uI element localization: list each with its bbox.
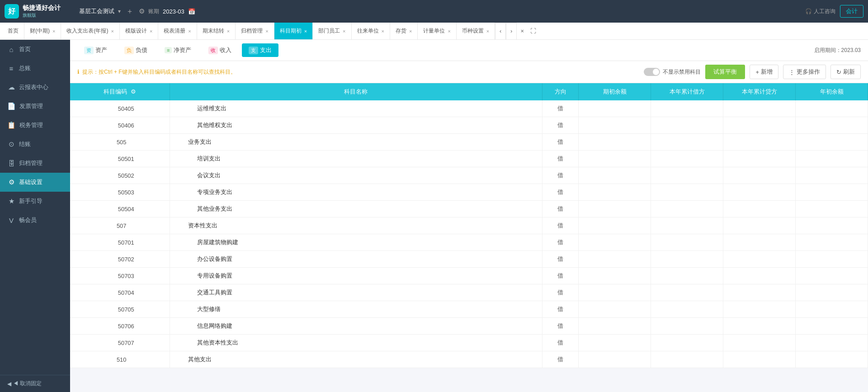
sidebar-item-home[interactable]: ⌂ 首页 bbox=[0, 40, 70, 59]
tab-dept-staff[interactable]: 部门员工 × bbox=[313, 23, 351, 40]
company-dropdown-icon[interactable]: ▾ bbox=[118, 8, 121, 14]
table-row[interactable]: 50501 培训支出 借 bbox=[70, 151, 868, 167]
col-header-name: 科目名称 bbox=[170, 83, 542, 100]
tab-period-end-close[interactable]: × bbox=[227, 28, 230, 34]
table-row[interactable]: 50704 交通工具购置 借 bbox=[70, 284, 868, 301]
tab-dept-staff-close[interactable]: × bbox=[343, 28, 345, 34]
sub-tab-income[interactable]: 收 收入 bbox=[202, 43, 238, 57]
cell-name: 培训支出 bbox=[170, 151, 542, 167]
tab-unit[interactable]: 计量单位 × bbox=[418, 23, 456, 40]
table-row[interactable]: 50705 大型修缮 借 bbox=[70, 301, 868, 318]
cell-bal bbox=[579, 318, 651, 335]
cell-code: 50504 bbox=[70, 201, 170, 217]
cell-deb bbox=[651, 284, 723, 301]
tab-next-button[interactable]: › bbox=[506, 23, 517, 40]
cell-cred bbox=[723, 335, 796, 351]
notice-text: 提示：按Ctrl + F键并输入科目编码或者科目名称可以查找科目。 bbox=[82, 68, 236, 76]
cell-init bbox=[796, 217, 868, 234]
sidebar-collapse-button[interactable]: ◀ ◀ 取消固定 bbox=[0, 375, 70, 392]
sub-tab-asset[interactable]: 资 资产 bbox=[77, 43, 114, 57]
table-row[interactable]: 510 其他支出 借 bbox=[70, 351, 868, 368]
tab-finance-mid-close[interactable]: × bbox=[52, 28, 55, 34]
tab-inventory[interactable]: 存货 × bbox=[390, 23, 418, 40]
table-row[interactable]: 50707 其他资本性支出 借 bbox=[70, 335, 868, 351]
tab-home[interactable]: 首页 bbox=[2, 23, 24, 40]
headset-icon: 🎧 bbox=[805, 8, 812, 14]
table-row[interactable]: 505 业务支出 借 bbox=[70, 134, 868, 151]
tab-archive-close[interactable]: × bbox=[265, 28, 268, 34]
sub-tab-liability[interactable]: 负 负债 bbox=[118, 43, 154, 57]
more-button[interactable]: ⋮ 更多操作 bbox=[783, 65, 826, 79]
sidebar-item-invoice[interactable]: 📄 发票管理 bbox=[0, 97, 70, 116]
sub-tab-bar: 资 资产 负 负债 ≡ 净资产 收 收入 支 支出 启用期间：2023.03 bbox=[70, 40, 868, 61]
tab-tax-close[interactable]: × bbox=[188, 28, 191, 34]
tab-subject-init-close[interactable]: × bbox=[304, 28, 307, 34]
settings-icon[interactable]: ⚙ bbox=[139, 7, 145, 15]
sub-tab-expense[interactable]: 支 支出 bbox=[242, 43, 278, 57]
tab-expand-button[interactable]: ⛶ bbox=[528, 23, 538, 40]
cell-bal bbox=[579, 217, 651, 234]
tab-template[interactable]: 模版设计 × bbox=[120, 23, 158, 40]
table-row[interactable]: 50504 其他业务支出 借 bbox=[70, 201, 868, 217]
table-row[interactable]: 50406 其他维权支出 借 bbox=[70, 117, 868, 134]
cell-init bbox=[796, 351, 868, 368]
table-row[interactable]: 50702 办公设备购置 借 bbox=[70, 251, 868, 268]
sidebar-item-basic[interactable]: ⚙ 基础设置 bbox=[0, 173, 70, 192]
column-settings-icon[interactable]: ⚙ bbox=[131, 88, 136, 95]
table-row[interactable]: 50706 信息网络购建 借 bbox=[70, 318, 868, 335]
tab-prev-button[interactable]: ‹ bbox=[495, 23, 506, 40]
sidebar-item-settle[interactable]: ⊙ 结账 bbox=[0, 135, 70, 154]
sidebar-item-tax[interactable]: 📋 税务管理 bbox=[0, 116, 70, 135]
tab-finance-mid[interactable]: 财(中期) × bbox=[24, 23, 61, 40]
sidebar-item-ledger[interactable]: ≡ 总账 bbox=[0, 59, 70, 78]
calendar-icon[interactable]: 📅 bbox=[188, 8, 195, 15]
tab-contacts-close[interactable]: × bbox=[382, 28, 384, 34]
table-row[interactable]: 50405 运维维支出 借 bbox=[70, 100, 868, 117]
sidebar-item-guide[interactable]: ★ 新手引导 bbox=[0, 192, 70, 211]
table-header-row: 科目编码 ⚙ 科目名称 方向 期初余额 本年累计借方 本年累计贷方 年初余额 bbox=[70, 83, 868, 100]
help-button[interactable]: 🎧 人工咨询 bbox=[805, 8, 835, 15]
cell-code: 50501 bbox=[70, 151, 170, 167]
cell-name: 房屋建筑物购建 bbox=[170, 234, 542, 251]
table-row[interactable]: 50703 专用设备购置 借 bbox=[70, 268, 868, 284]
sidebar-item-member[interactable]: V 畅会员 bbox=[0, 211, 70, 230]
tab-currency[interactable]: 币种设置 × bbox=[457, 23, 495, 40]
cell-dir: 借 bbox=[542, 100, 579, 117]
add-company-button[interactable]: ＋ bbox=[126, 7, 133, 16]
tab-close-all-button[interactable]: × bbox=[517, 23, 528, 40]
tab-contacts[interactable]: 往来单位 × bbox=[352, 23, 390, 40]
sub-tab-income-label: 收入 bbox=[220, 46, 231, 54]
cell-cred bbox=[723, 301, 796, 318]
account-button[interactable]: 会计 bbox=[840, 5, 863, 18]
sidebar-item-archive[interactable]: 🗄 归档管理 bbox=[0, 154, 70, 173]
tab-tax[interactable]: 税表清册 × bbox=[158, 23, 197, 40]
add-button[interactable]: + 新增 bbox=[750, 65, 778, 79]
table-row[interactable]: 507 资本性支出 借 bbox=[70, 217, 868, 234]
table-row[interactable]: 50502 会议支出 借 bbox=[70, 167, 868, 184]
tab-currency-close[interactable]: × bbox=[486, 28, 489, 34]
toolbar: ℹ 提示：按Ctrl + F键并输入科目编码或者科目名称可以查找科目。 不显示禁… bbox=[70, 61, 868, 83]
cell-init bbox=[796, 167, 868, 184]
toggle-disabled-accounts[interactable] bbox=[644, 68, 660, 76]
collapse-icon: ◀ bbox=[7, 381, 11, 387]
sub-tab-equity[interactable]: ≡ 净资产 bbox=[158, 43, 198, 57]
tab-template-close[interactable]: × bbox=[150, 28, 152, 34]
asset-badge: 资 bbox=[84, 47, 94, 54]
cell-dir: 借 bbox=[542, 301, 579, 318]
tab-income-report-close[interactable]: × bbox=[111, 28, 113, 34]
tab-unit-close[interactable]: × bbox=[448, 28, 450, 34]
tab-income-report[interactable]: 收入支出表(年报) × bbox=[61, 23, 119, 40]
cell-init bbox=[796, 318, 868, 335]
sidebar-item-reports[interactable]: ☁ 云报表中心 bbox=[0, 78, 70, 97]
tab-period-end[interactable]: 期末结转 × bbox=[197, 23, 236, 40]
cell-init bbox=[796, 251, 868, 268]
table-row[interactable]: 50503 专项业务支出 借 bbox=[70, 184, 868, 201]
cell-code: 50706 bbox=[70, 318, 170, 335]
balance-button[interactable]: 试算平衡 bbox=[705, 65, 745, 79]
tab-archive[interactable]: 归档管理 × bbox=[236, 23, 274, 40]
tab-subject-init[interactable]: 科目期初 × bbox=[274, 23, 313, 40]
refresh-button[interactable]: ↻ 刷新 bbox=[830, 65, 861, 79]
cell-cred bbox=[723, 184, 796, 201]
tab-inventory-close[interactable]: × bbox=[409, 28, 412, 34]
table-row[interactable]: 50701 房屋建筑物购建 借 bbox=[70, 234, 868, 251]
